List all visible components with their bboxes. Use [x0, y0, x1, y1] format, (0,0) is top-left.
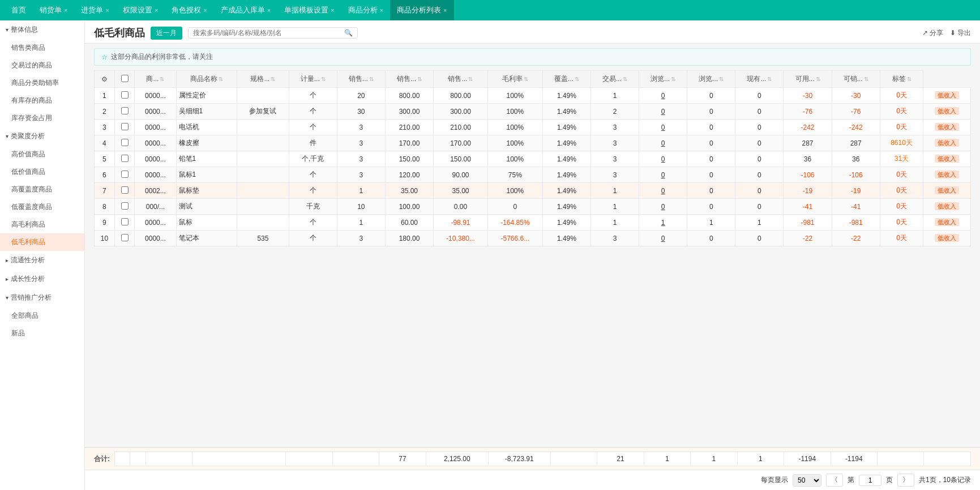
- row-select-checkbox[interactable]: [121, 218, 129, 225]
- next-page-button[interactable]: 〉: [897, 474, 914, 487]
- sidebar-item-high-value[interactable]: 高价值商品: [0, 146, 84, 163]
- row-select-checkbox[interactable]: [121, 155, 129, 162]
- nav-permissions[interactable]: 权限设置 ×: [116, 0, 165, 20]
- row-coverage: 1: [590, 199, 639, 215]
- col-code[interactable]: 商...⇅: [135, 71, 176, 88]
- col-trade[interactable]: 交易...⇅: [590, 71, 639, 88]
- search-input[interactable]: [193, 29, 342, 37]
- row-price: 35.00: [385, 183, 433, 199]
- sidebar-item-low-margin[interactable]: 低毛利商品: [0, 233, 84, 251]
- row-checkbox[interactable]: [114, 199, 134, 215]
- sidebar-item-all-goods[interactable]: 全部商品: [0, 307, 84, 325]
- sidebar-group-marketing[interactable]: ▾ 营销推广分析: [0, 288, 84, 307]
- row-trade[interactable]: 0: [639, 231, 687, 246]
- sidebar-item-traded-goods[interactable]: 交易过的商品: [0, 57, 84, 74]
- sidebar-item-low-coverage[interactable]: 低覆盖度商品: [0, 198, 84, 216]
- nav-sales[interactable]: 销货单 ×: [33, 0, 74, 20]
- row-checkbox[interactable]: [114, 120, 134, 135]
- sidebar-item-low-value[interactable]: 低价值商品: [0, 163, 84, 181]
- sidebar-group-flow[interactable]: ▸ 流通性分析: [0, 251, 84, 270]
- row-coverage: 1: [590, 215, 639, 231]
- nav-purchase[interactable]: 进货单 ×: [74, 0, 115, 20]
- main-layout: ▾ 整体信息 销售类商品 交易过的商品 商品分类助销率 有库存的商品 库存资金占…: [0, 20, 980, 490]
- row-select-checkbox[interactable]: [121, 123, 129, 130]
- prev-page-button[interactable]: 〈: [826, 474, 843, 487]
- row-trade[interactable]: 0: [639, 199, 687, 215]
- close-icon[interactable]: ×: [203, 7, 207, 14]
- sidebar-group-cluster[interactable]: ▾ 类聚度分析: [0, 127, 84, 146]
- nav-product-entry[interactable]: 产成品入库单 ×: [214, 0, 277, 20]
- page-size-select[interactable]: 50 100 200: [793, 474, 821, 487]
- col-coverage[interactable]: 覆盖...⇅: [542, 71, 590, 88]
- row-select-checkbox[interactable]: [121, 186, 129, 194]
- row-checkbox[interactable]: [114, 88, 134, 104]
- row-checkbox[interactable]: [114, 231, 134, 246]
- col-tag[interactable]: 标签⇅: [880, 71, 923, 88]
- sidebar-item-new-goods[interactable]: 新品: [0, 325, 84, 342]
- export-button[interactable]: ⬇ 导出: [950, 28, 971, 38]
- row-trade[interactable]: 0: [639, 104, 687, 120]
- sidebar-item-sales-goods[interactable]: 销售类商品: [0, 39, 84, 57]
- close-icon[interactable]: ×: [155, 7, 158, 14]
- col-margin[interactable]: 毛利率⇅: [487, 71, 542, 88]
- sidebar-item-high-coverage[interactable]: 高覆盖度商品: [0, 181, 84, 198]
- search-icon[interactable]: 🔍: [344, 29, 353, 37]
- col-unit[interactable]: 计量...⇅: [289, 71, 337, 88]
- row-trade[interactable]: 0: [639, 183, 687, 199]
- col-saleable[interactable]: 可销...⇅: [832, 71, 880, 88]
- share-button[interactable]: ↗ 分享: [922, 28, 943, 38]
- col-stock[interactable]: 现有...⇅: [735, 71, 784, 88]
- col-browse2[interactable]: 浏览...⇅: [687, 71, 735, 88]
- close-icon[interactable]: ×: [380, 7, 383, 14]
- close-icon[interactable]: ×: [64, 7, 67, 14]
- close-icon[interactable]: ×: [331, 7, 334, 14]
- sidebar-group-growth[interactable]: ▸ 成长性分析: [0, 270, 84, 288]
- row-spec: [237, 135, 289, 151]
- nav-product-analysis-list[interactable]: 商品分析列表 ×: [390, 0, 453, 20]
- close-icon[interactable]: ×: [443, 7, 447, 14]
- row-trade[interactable]: 0: [639, 151, 687, 167]
- row-checkbox[interactable]: [114, 167, 134, 183]
- row-checkbox[interactable]: [114, 104, 134, 120]
- sidebar-item-in-stock[interactable]: 有库存的商品: [0, 92, 84, 109]
- row-checkbox[interactable]: [114, 215, 134, 231]
- close-icon[interactable]: ×: [105, 7, 109, 14]
- nav-home[interactable]: 首页: [5, 0, 33, 20]
- nav-template-settings[interactable]: 单据模板设置 ×: [277, 0, 341, 20]
- row-select-checkbox[interactable]: [121, 171, 129, 178]
- col-settings[interactable]: ⚙: [95, 71, 115, 88]
- col-browse1[interactable]: 浏览...⇅: [639, 71, 687, 88]
- nav-product-analysis[interactable]: 商品分析 ×: [341, 0, 390, 20]
- row-trade[interactable]: 1: [639, 215, 687, 231]
- nav-role-auth[interactable]: 角色授权 ×: [165, 0, 213, 20]
- row-checkbox[interactable]: [114, 151, 134, 167]
- col-available[interactable]: 可用...⇅: [784, 71, 832, 88]
- row-checkbox[interactable]: [114, 183, 134, 199]
- sidebar-item-category-rate[interactable]: 商品分类助销率: [0, 74, 84, 92]
- row-select-checkbox[interactable]: [121, 202, 129, 210]
- row-select-checkbox[interactable]: [121, 139, 129, 146]
- row-coverage: 3: [590, 120, 639, 135]
- col-price[interactable]: 销售...⇅: [385, 71, 433, 88]
- row-checkbox[interactable]: [114, 135, 134, 151]
- select-all-checkbox[interactable]: [121, 75, 129, 82]
- sidebar-item-high-margin[interactable]: 高毛利商品: [0, 216, 84, 233]
- row-select-checkbox[interactable]: [121, 91, 129, 99]
- row-select-checkbox[interactable]: [121, 234, 129, 241]
- sidebar-group-overall[interactable]: ▾ 整体信息: [0, 20, 84, 39]
- row-trade[interactable]: 0: [639, 120, 687, 135]
- row-trade[interactable]: 0: [639, 88, 687, 104]
- row-available: -981: [832, 215, 880, 231]
- date-filter-button[interactable]: 近一月: [151, 27, 182, 40]
- content-header: 低毛利商品 近一月 🔍 ↗ 分享 ⬇ 导出: [85, 20, 980, 44]
- col-spec[interactable]: 规格...⇅: [237, 71, 289, 88]
- row-trade[interactable]: 0: [639, 167, 687, 183]
- row-select-checkbox[interactable]: [121, 107, 129, 114]
- page-number-input[interactable]: [859, 475, 881, 486]
- sidebar-item-stock-capital[interactable]: 库存资金占用: [0, 109, 84, 127]
- col-amount[interactable]: 销售...⇅: [434, 71, 488, 88]
- col-qty[interactable]: 销售...⇅: [337, 71, 385, 88]
- close-icon[interactable]: ×: [267, 7, 271, 14]
- row-trade[interactable]: 0: [639, 135, 687, 151]
- col-name[interactable]: 商品名称⇅: [176, 71, 237, 88]
